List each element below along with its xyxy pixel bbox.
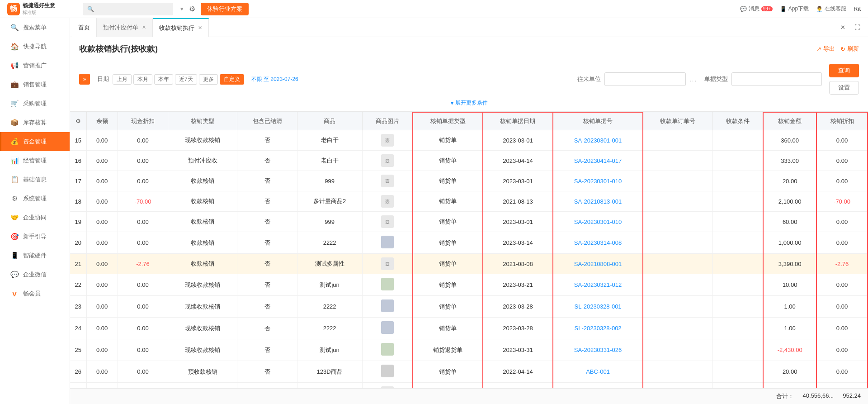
bill-no-link[interactable]: SA-20210808-001 <box>574 261 622 267</box>
cell-goods: 123D商品 <box>297 361 362 383</box>
cell-bill-type: 销货单 <box>413 318 483 339</box>
cell-bill-no[interactable]: SL-20230328-001 <box>553 296 643 318</box>
tab-collection-close[interactable]: ✕ <box>198 25 202 31</box>
bill-no-link[interactable]: SA-20230314-008 <box>574 239 622 246</box>
sidebar-item-inventory[interactable]: 📦 库存核算 <box>0 113 70 132</box>
sidebar-item-purchase[interactable]: 🛒 采购管理 <box>0 94 70 113</box>
cell-bill-no[interactable]: ABC-001 <box>553 361 643 383</box>
cell-receipt-order-no <box>643 151 712 171</box>
app-download-button[interactable]: 📱 App下载 <box>780 5 809 13</box>
cell-balance: 0.00 <box>86 274 118 296</box>
sidebar-item-finance[interactable]: 💰 资金管理 <box>0 132 70 151</box>
filter-middle: 不限 至 2023-07-26 <box>251 76 570 83</box>
sidebar-item-basic-info[interactable]: 📋 基础信息 <box>0 170 70 189</box>
date-this-year[interactable]: 本年 <box>154 74 173 85</box>
messages-button[interactable]: 💬 消息 99+ <box>740 5 773 13</box>
sidebar-item-sales[interactable]: 💼 销售管理 <box>0 75 70 94</box>
cell-include-settled: 否 <box>237 232 297 254</box>
cell-seq: 24 <box>70 318 86 339</box>
tab-prepay-close[interactable]: ✕ <box>142 24 146 30</box>
cell-goods-img: 🖼 <box>362 130 413 151</box>
date-last-month[interactable]: 上月 <box>113 74 132 85</box>
sidebar-item-quick-nav[interactable]: 🏠 快捷导航 <box>0 37 70 56</box>
sidebar-item-marketing[interactable]: 📢 营销推广 <box>0 56 70 75</box>
bill-type-input[interactable] <box>731 72 822 86</box>
expand-more-button[interactable]: ▾ 展开更多条件 <box>451 99 488 107</box>
industry-solution-button[interactable]: 休验行业方案 <box>201 3 249 15</box>
refresh-button[interactable]: ↻ 刷新 <box>840 45 859 53</box>
bill-no-link[interactable]: SA-20230301-010 <box>574 178 622 185</box>
th-settings[interactable]: ⚙ <box>70 112 86 130</box>
tab-close-button[interactable]: ✕ <box>837 22 848 33</box>
cell-bill-no[interactable]: SA-20230301-010 <box>553 212 643 232</box>
bill-no-link[interactable]: SA-20230414-017 <box>574 157 622 164</box>
cell-bill-no[interactable]: SA-20210813-001 <box>553 191 643 212</box>
bill-type-label: 单据类型 <box>704 75 728 83</box>
date-more[interactable]: 更多 <box>199 74 218 85</box>
cell-include-settled: 否 <box>237 171 297 191</box>
query-button[interactable]: 查询 <box>829 64 859 77</box>
from-unit-input[interactable] <box>604 72 686 86</box>
bill-no-link[interactable]: SA-20230301-010 <box>574 219 622 225</box>
sidebar-item-search[interactable]: 🔍 搜索菜单 <box>0 18 70 37</box>
sidebar-item-operations[interactable]: 📊 经营管理 <box>0 151 70 170</box>
bill-no-link[interactable]: SA-20210813-001 <box>574 198 622 205</box>
bill-no-link[interactable]: SL-20230328-002 <box>575 325 622 332</box>
cell-include-settled: 否 <box>237 274 297 296</box>
column-settings-icon[interactable]: ⚙ <box>75 118 81 124</box>
finance-icon: 💰 <box>10 138 19 146</box>
date-last-7days[interactable]: 近7天 <box>175 74 197 85</box>
top-search-box[interactable]: 🔍 <box>83 3 173 15</box>
sidebar-item-hardware[interactable]: 📱 智能硬件 <box>0 246 70 265</box>
tab-home[interactable]: 首页 <box>72 18 97 37</box>
content-area: 首页 预付冲应付单 ✕ 收款核销执行 ✕ ✕ ⛶ 收款核销执行(按收款) <box>70 18 868 404</box>
filter-dots-1[interactable]: ... <box>689 76 697 83</box>
cell-bill-no[interactable]: SA-20230331-026 <box>553 339 643 361</box>
cell-bill-no[interactable]: SA-20230314-008 <box>553 232 643 254</box>
export-button[interactable]: ↗ 导出 <box>816 45 835 53</box>
bill-no-link[interactable]: ABC-001 <box>586 368 610 375</box>
online-service-button[interactable]: 👨‍💼 在线客服 <box>816 5 846 13</box>
cell-verify-amount: -2,430.00 <box>763 339 816 361</box>
cell-goods-img: 🖼 <box>362 191 413 212</box>
cell-bill-type: 销货单 <box>413 296 483 318</box>
filter-toggle-button[interactable]: » <box>79 74 90 85</box>
member-icon: V <box>10 290 19 298</box>
date-custom[interactable]: 自定义 <box>220 74 244 85</box>
tab-collection[interactable]: 收款核销执行 ✕ <box>153 18 209 37</box>
cell-bill-type: 销货退货单 <box>413 339 483 361</box>
sidebar-item-system[interactable]: ⚙ 系统管理 <box>0 189 70 208</box>
dropdown-icon[interactable]: ▾ <box>180 5 184 12</box>
cell-bill-no[interactable]: SA-20210808-001 <box>553 254 643 274</box>
bill-no-link[interactable]: SA-20230301-001 <box>574 137 622 144</box>
home-icon: 🏠 <box>10 43 19 51</box>
bill-no-link[interactable]: SA-20230321-012 <box>574 281 622 288</box>
cell-goods: 老白干 <box>297 151 362 171</box>
date-this-month[interactable]: 本月 <box>133 74 152 85</box>
sidebar-item-wechat[interactable]: 💬 企业微信 <box>0 265 70 284</box>
cell-bill-type: 销货单 <box>413 383 483 388</box>
tab-expand-button[interactable]: ⛶ <box>852 22 863 33</box>
tab-prepay[interactable]: 预付冲应付单 ✕ <box>97 18 153 37</box>
cell-verify-amount: 2,100.00 <box>763 191 816 212</box>
th-receipt-condition: 收款条件 <box>712 112 763 130</box>
cell-bill-no[interactable]: SL-20230408-001 <box>553 383 643 388</box>
bill-no-link[interactable]: SA-20230331-026 <box>574 347 622 353</box>
filter-from-unit: 往来单位 ... <box>577 72 697 86</box>
cell-bill-no[interactable]: SA-20230414-017 <box>553 151 643 171</box>
settings-button[interactable]: 设置 <box>829 81 859 95</box>
gear-icon[interactable]: ⚙ <box>189 5 195 13</box>
cell-include-settled: 否 <box>237 318 297 339</box>
sidebar-item-guide[interactable]: 🎯 新手引导 <box>0 227 70 246</box>
bill-no-link[interactable]: SL-20230328-001 <box>575 303 622 310</box>
sidebar-item-member[interactable]: V 畅会员 <box>0 284 70 303</box>
cell-bill-no[interactable]: SL-20230328-002 <box>553 318 643 339</box>
sidebar-item-enterprise[interactable]: 🤝 企业协同 <box>0 208 70 227</box>
cell-bill-no[interactable]: SA-20230321-012 <box>553 274 643 296</box>
table-wrapper[interactable]: ⚙ 余额 现金折扣 核销类型 包含已结清 商品 商品图片 核销单据类型 核销单据… <box>70 112 868 388</box>
cell-bill-no[interactable]: SA-20230301-010 <box>553 171 643 191</box>
cell-receipt-order-no <box>643 232 712 254</box>
table-body: 15 0.00 0.00 现续收款核销 否 老白干 🖼 销货单 2023-03-… <box>70 130 868 388</box>
table-row: 18 0.00 -70.00 收款核销 否 多计量商品2 🖼 销货单 2021-… <box>70 191 868 212</box>
cell-bill-no[interactable]: SA-20230301-001 <box>553 130 643 151</box>
